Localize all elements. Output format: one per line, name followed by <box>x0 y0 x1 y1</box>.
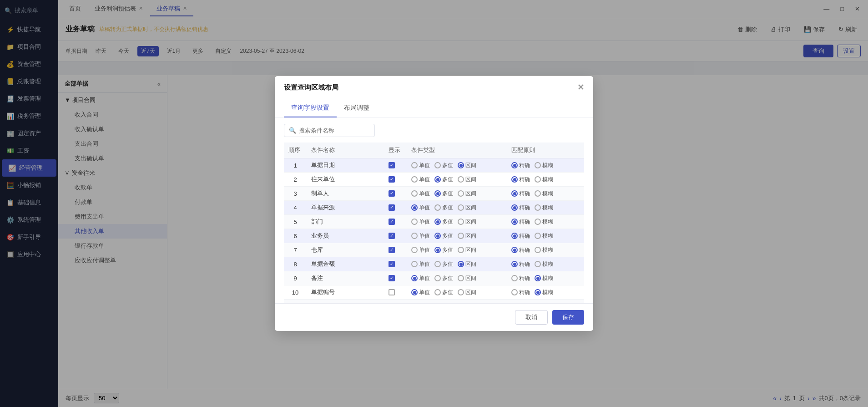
radio-type-single[interactable]: 单值 <box>411 289 430 296</box>
radio-match-exact[interactable]: 精确 <box>511 275 530 282</box>
show-checkbox[interactable] <box>389 247 395 253</box>
radio-type-multi[interactable]: 多值 <box>434 190 453 198</box>
show-checkbox[interactable] <box>389 190 395 197</box>
radio-match-exact[interactable]: 精确 <box>511 190 530 198</box>
radio-type-range[interactable]: 区间 <box>458 289 476 296</box>
cancel-button[interactable]: 取消 <box>515 310 548 325</box>
cell-show[interactable] <box>384 300 407 304</box>
radio-match-fuzzy[interactable]: 模糊 <box>535 204 553 212</box>
show-checkbox[interactable] <box>389 162 395 168</box>
radio-type-range[interactable]: 区间 <box>458 204 476 212</box>
radio-type-multi[interactable]: 多值 <box>434 176 453 183</box>
cell-show[interactable] <box>384 158 407 173</box>
radio-type-single[interactable]: 单值 <box>411 204 430 212</box>
show-checkbox[interactable] <box>389 275 395 281</box>
cell-show[interactable] <box>384 257 407 271</box>
radio-type-multi[interactable]: 多值 <box>434 275 453 282</box>
cell-condition-type: 单值多值区间 <box>407 201 507 215</box>
radio-circle <box>411 204 418 211</box>
show-checkbox[interactable] <box>389 204 395 211</box>
radio-match-fuzzy[interactable]: 模糊 <box>535 232 553 240</box>
radio-type-range[interactable]: 区间 <box>458 176 476 183</box>
col-order: 顺序 <box>284 142 307 158</box>
radio-match-exact[interactable]: 精确 <box>511 176 530 183</box>
radio-match-fuzzy[interactable]: 模糊 <box>535 176 553 183</box>
radio-match-exact[interactable]: 精确 <box>511 218 530 226</box>
show-checkbox[interactable] <box>389 261 395 267</box>
radio-type-multi[interactable]: 多值 <box>434 232 453 240</box>
radio-circle <box>458 289 464 295</box>
radio-circle <box>458 176 464 183</box>
tab-field-settings[interactable]: 查询字段设置 <box>284 99 337 117</box>
radio-type-range[interactable]: 区间 <box>458 260 476 268</box>
table-row: 5部门单值多值区间精确模糊 <box>284 215 584 229</box>
radio-match-fuzzy[interactable]: 模糊 <box>535 218 553 226</box>
radio-circle <box>434 176 441 183</box>
show-checkbox[interactable] <box>389 289 395 295</box>
radio-type-multi[interactable]: 多值 <box>434 246 453 254</box>
radio-circle <box>411 219 418 225</box>
radio-type-multi[interactable]: 多值 <box>434 162 453 169</box>
radio-match-exact[interactable]: 精确 <box>511 232 530 240</box>
radio-circle <box>434 275 441 281</box>
radio-type-single[interactable]: 单值 <box>411 218 430 226</box>
radio-match-exact[interactable]: 精确 <box>511 204 530 212</box>
radio-type-single[interactable]: 单值 <box>411 232 430 240</box>
radio-type-range[interactable]: 区间 <box>458 190 476 198</box>
modal-header: 设置查询区域布局 ✕ <box>275 76 593 99</box>
show-checkbox[interactable] <box>389 176 395 183</box>
radio-circle <box>458 190 464 197</box>
radio-match-exact[interactable]: 精确 <box>511 162 530 169</box>
show-checkbox[interactable] <box>389 219 395 225</box>
radio-match-exact[interactable]: 精确 <box>511 289 530 296</box>
radio-type-multi[interactable]: 多值 <box>434 218 453 226</box>
table-row: 9备注单值多值区间精确模糊 <box>284 271 584 285</box>
radio-match-fuzzy[interactable]: 模糊 <box>535 162 553 169</box>
cell-condition-type: 单值多值区间 <box>407 173 507 187</box>
tab-layout-adjust[interactable]: 布局调整 <box>337 99 377 117</box>
radio-match-circle <box>511 247 518 253</box>
radio-type-single[interactable]: 单值 <box>411 162 430 169</box>
radio-type-single[interactable]: 单值 <box>411 260 430 268</box>
cell-order: 3 <box>284 187 307 201</box>
radio-type-range[interactable]: 区间 <box>458 275 476 282</box>
radio-match-exact[interactable]: 精确 <box>511 246 530 254</box>
condition-search-input[interactable] <box>299 127 370 134</box>
radio-type-multi[interactable]: 多值 <box>434 289 453 296</box>
radio-match-fuzzy[interactable]: 模糊 <box>535 260 553 268</box>
cell-match: 精确模糊 <box>507 300 584 304</box>
radio-type-multi[interactable]: 多值 <box>434 204 453 212</box>
radio-circle <box>411 233 418 239</box>
radio-match-circle <box>535 247 541 253</box>
radio-type-range[interactable]: 区间 <box>458 162 476 169</box>
radio-match-fuzzy[interactable]: 模糊 <box>535 190 553 198</box>
radio-type-single[interactable]: 单值 <box>411 190 430 198</box>
cell-show[interactable] <box>384 271 407 285</box>
cell-match: 精确模糊 <box>507 187 584 201</box>
show-checkbox[interactable] <box>389 233 395 239</box>
save-button[interactable]: 保存 <box>552 310 584 325</box>
radio-type-multi[interactable]: 多值 <box>434 260 453 268</box>
radio-type-single[interactable]: 单值 <box>411 176 430 183</box>
cell-show[interactable] <box>384 285 407 300</box>
cell-show[interactable] <box>384 173 407 187</box>
modal-close-button[interactable]: ✕ <box>577 82 584 92</box>
radio-match-fuzzy[interactable]: 模糊 <box>535 289 553 296</box>
radio-match-fuzzy[interactable]: 模糊 <box>535 275 553 282</box>
cell-condition-type: 单值多值区间 <box>407 257 507 271</box>
cell-show[interactable] <box>384 229 407 243</box>
radio-type-range[interactable]: 区间 <box>458 246 476 254</box>
radio-match-exact[interactable]: 精确 <box>511 260 530 268</box>
radio-type-range[interactable]: 区间 <box>458 218 476 226</box>
radio-type-range[interactable]: 区间 <box>458 232 476 240</box>
radio-match-fuzzy[interactable]: 模糊 <box>535 246 553 254</box>
cell-match: 精确模糊 <box>507 173 584 187</box>
radio-type-single[interactable]: 单值 <box>411 246 430 254</box>
cell-show[interactable] <box>384 187 407 201</box>
radio-type-single[interactable]: 单值 <box>411 275 430 282</box>
cell-show[interactable] <box>384 243 407 257</box>
cell-show[interactable] <box>384 201 407 215</box>
cell-order: 8 <box>284 257 307 271</box>
cell-show[interactable] <box>384 215 407 229</box>
cell-condition-name: 单据来源 <box>307 201 384 215</box>
